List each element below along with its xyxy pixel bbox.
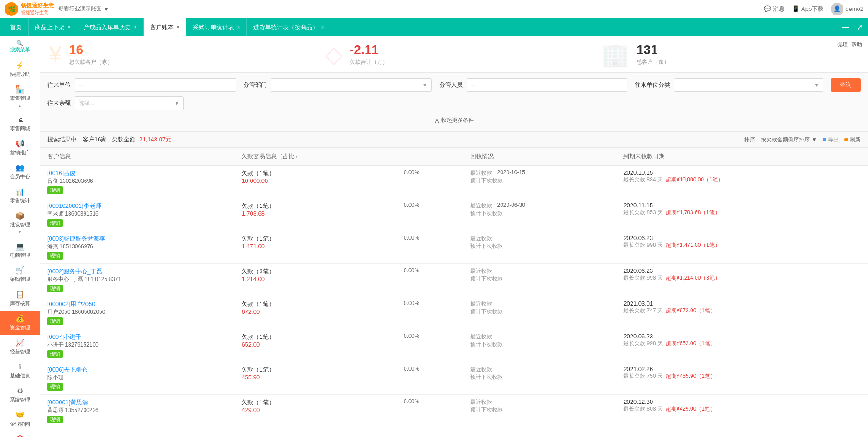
- tab-purchase-stats[interactable]: 进货单统计表（按商品） ×: [247, 18, 331, 36]
- sidebar-item-wholesale[interactable]: 📦 批发管理 ▼: [0, 208, 40, 238]
- debt-amount[interactable]: 1,703.68: [241, 210, 389, 217]
- category-select[interactable]: ▼: [674, 78, 823, 92]
- download-icon: 📱: [792, 5, 799, 12]
- sidebar-item-inventory[interactable]: 📋 库存核算: [0, 286, 40, 311]
- close-tab-icon[interactable]: ×: [321, 24, 324, 30]
- debt-amount[interactable]: 652.00: [241, 341, 389, 348]
- sidebar-item-member-center[interactable]: 👥 会员中心: [0, 160, 40, 184]
- sidebar-item-system[interactable]: ⚙ 系统管理: [0, 383, 40, 407]
- sidebar-item-basic-info[interactable]: ℹ 基础信息: [0, 359, 40, 383]
- logo: 🌿 畅捷通好生意 畅捷通好生意: [5, 2, 54, 16]
- recovery-cell: 最近收款 2020-06-30 预计下次收款: [463, 198, 617, 231]
- debt-amount[interactable]: 10,000.00: [241, 177, 389, 184]
- close-tab-icon[interactable]: ×: [176, 24, 180, 30]
- due-date-cell: 2020.06.23 最长欠款 998 天 超期¥1,471.00（1笔）: [616, 231, 868, 264]
- person-input[interactable]: ···: [467, 78, 628, 92]
- tab-product-listing[interactable]: 商品上下架 ×: [29, 18, 77, 36]
- collapse-button[interactable]: ⋀ 收起更多条件: [47, 115, 861, 126]
- help-button[interactable]: 帮助: [851, 41, 862, 49]
- sidebar-item-purchase[interactable]: 🛒 采购管理: [0, 262, 40, 286]
- customer-name-link[interactable]: [000001]黄思源: [47, 399, 88, 406]
- customer-tag: 现销: [47, 186, 63, 194]
- customer-input[interactable]: ···: [75, 78, 236, 92]
- customer-name-link[interactable]: [0003]畅捷服务尹海燕: [47, 235, 105, 242]
- customer-info-cell: [0002]服务中心_丁磊 服务中心_丁磊 181 0125 8371 现销: [40, 264, 234, 296]
- overdue-link[interactable]: 超期¥652.00（1笔）: [666, 340, 716, 347]
- sidebar-item-ecommerce[interactable]: 💻 电商管理: [0, 238, 40, 262]
- debt-amount[interactable]: 1,214.00: [241, 276, 389, 282]
- tab-production-history[interactable]: 产成品入库单历史 ×: [77, 18, 144, 36]
- tab-customer-account[interactable]: 客户账本 ×: [144, 18, 186, 36]
- overdue-link[interactable]: 超期¥1,471.00（1笔）: [666, 241, 720, 249]
- chevron-down-icon: ▼: [422, 82, 428, 88]
- sidebar-item-marketing[interactable]: 📢 营销推广: [0, 136, 40, 160]
- customer-name-link[interactable]: [0006]去下粮仓: [47, 366, 87, 373]
- table-row: [000001]黄思源 黄思源 13552700226 现销 欠款（1笔） 42…: [40, 395, 868, 427]
- next-payment-label: 预计下次收款: [470, 210, 503, 216]
- next-payment-label: 预计下次收款: [470, 177, 503, 184]
- user-menu[interactable]: 👤 demo2: [831, 3, 863, 15]
- query-button[interactable]: 查询: [831, 78, 861, 92]
- expand-icon: ▼: [18, 230, 22, 235]
- table-row: [0003]畅捷服务尹海燕 海燕 18513066976 现销 欠款（1笔） 1…: [40, 231, 868, 264]
- customer-name-link[interactable]: [0007]小进干: [47, 333, 81, 340]
- export-button[interactable]: 导出: [823, 136, 839, 144]
- overdue-link[interactable]: 超期¥1,214.00（3笔）: [666, 274, 720, 282]
- sidebar-item-enterprise[interactable]: 🤝 企业协同: [0, 407, 40, 431]
- debt-ratio: 0.00%: [404, 235, 455, 241]
- debt-ratio-cell: 0.00%: [396, 395, 462, 427]
- close-tab-icon[interactable]: ×: [134, 24, 137, 30]
- sidebar-item-finance[interactable]: 💰 资金管理: [0, 311, 40, 335]
- refresh-button[interactable]: 刷新: [844, 136, 861, 144]
- debt-info-cell: 欠款（1笔） 10,000.00: [234, 166, 396, 198]
- stat-value-debt: -2.11: [350, 43, 388, 57]
- debt-amount[interactable]: 429.00: [241, 407, 389, 413]
- filter-person: 分管人员 ···: [439, 78, 628, 92]
- recovery-cell: 最近收款 预计下次收款: [463, 296, 617, 329]
- debt-count: 欠款（3笔）: [241, 267, 389, 276]
- store-selector[interactable]: 母婴行业演示账套 ▼: [58, 5, 109, 13]
- department-select[interactable]: ▼: [271, 78, 432, 92]
- close-tab-icon[interactable]: ×: [237, 24, 240, 30]
- debt-count: 欠款（1笔）: [241, 398, 389, 407]
- customer-name-link[interactable]: [000002]用户2050: [47, 301, 95, 307]
- tab-home[interactable]: 首页: [4, 18, 29, 36]
- sidebar-item-guide[interactable]: 🎯 新手引导: [0, 431, 40, 437]
- app-download-button[interactable]: 📱 App下载: [792, 5, 823, 13]
- customer-name-link[interactable]: [0016]吕俊: [47, 170, 75, 176]
- due-date: 2020.06.23: [623, 333, 861, 340]
- tab-purchase-order[interactable]: 采购订单统计表 ×: [186, 18, 247, 36]
- sidebar-item-retail-mgmt[interactable]: 🏪 零售管理 ▲: [0, 81, 40, 112]
- overdue-link[interactable]: 超期¥429.00（1笔）: [666, 405, 716, 413]
- stat-label-total: 总客户（家）: [637, 58, 669, 66]
- balance-select[interactable]: 选择... ▼: [75, 96, 184, 110]
- sidebar-item-retail-stats[interactable]: 📊 零售统计: [0, 184, 40, 208]
- close-tab-icon[interactable]: ×: [67, 24, 70, 30]
- overdue-link[interactable]: 超期¥1,703.68（1笔）: [666, 209, 720, 216]
- overdue-link[interactable]: 超期¥10,000.00（1笔）: [666, 176, 723, 184]
- overdue-link[interactable]: 超期¥455.90（1笔）: [666, 372, 716, 380]
- last-payment-label: 最近收款: [470, 398, 492, 406]
- customer-name-link[interactable]: [0001020001]李老师: [47, 202, 101, 209]
- debt-amount[interactable]: 672.00: [241, 308, 389, 315]
- overdue-link[interactable]: 超期¥672.00（1笔）: [666, 307, 716, 315]
- last-payment-label: 最近收款: [470, 267, 492, 275]
- last-payment-date: 2020-06-30: [497, 202, 525, 210]
- debt-ratio: 0.00%: [404, 169, 455, 176]
- chevron-down-icon: ▼: [174, 100, 180, 106]
- debt-info-cell: 欠款（1笔） 672.00: [234, 296, 396, 329]
- sidebar-item-retail-mall[interactable]: 🛍 零售商城: [0, 112, 40, 136]
- customer-name-link[interactable]: [0002]服务中心_丁磊: [47, 268, 102, 275]
- debt-amount[interactable]: 455.90: [241, 374, 389, 381]
- sidebar-item-operations[interactable]: 📈 经营管理: [0, 335, 40, 359]
- debt-amount[interactable]: 1,471.00: [241, 243, 389, 250]
- sidebar-search[interactable]: 🔍 搜索菜单: [0, 36, 40, 57]
- customer-info-cell: [0006]去下粮仓 陈小珊 现销: [40, 362, 234, 395]
- message-button[interactable]: 💬 消息: [764, 5, 785, 13]
- overdue-days: 最长欠款 853 天: [623, 209, 663, 216]
- minimize-button[interactable]: —: [840, 21, 851, 34]
- maximize-button[interactable]: ⤢: [855, 21, 864, 34]
- sidebar-item-quick-nav[interactable]: ⚡ 快捷导航: [0, 57, 40, 81]
- sort-selector[interactable]: 排序：按欠款金额倒序排序 ▼: [744, 136, 817, 144]
- video-button[interactable]: 视频: [837, 41, 848, 49]
